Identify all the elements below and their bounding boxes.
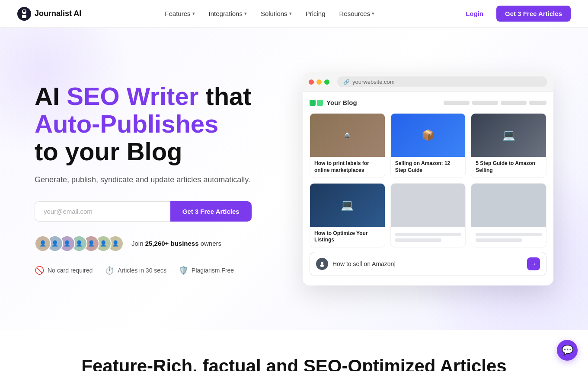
blog-card-image: 💻 xyxy=(471,114,546,157)
blog-card-image: 🖨️ xyxy=(310,114,385,157)
avatars: 👤 👤 👤 👤 👤 👤 👤 xyxy=(35,235,119,252)
logo[interactable]: Journalist AI xyxy=(17,7,81,21)
logo-square-2 xyxy=(317,100,323,106)
hero-illustration: 🔗 yourwebsite.com Your Blog xyxy=(303,72,553,285)
blog-card-image: 💻 xyxy=(310,184,385,227)
nav-item-integrations[interactable]: Integrations ▾ xyxy=(203,6,253,21)
chat-avatar xyxy=(316,258,328,270)
hero-cta-button[interactable]: Get 3 Free Articles xyxy=(170,201,252,222)
badge-articles: ⏱️ Articles in 30 secs xyxy=(105,266,166,275)
browser-chrome: 🔗 yourwebsite.com xyxy=(303,72,553,92)
chevron-down-icon: ▾ xyxy=(289,11,292,16)
avatar: 👤 xyxy=(35,235,51,252)
blog-card-body xyxy=(391,227,466,245)
nav-pill xyxy=(444,101,470,105)
hero-section: AI SEO Writer that Auto-Publishes to you… xyxy=(0,28,588,330)
blog-card-placeholder xyxy=(476,238,522,242)
svg-point-4 xyxy=(321,262,323,264)
blog-card xyxy=(471,183,546,247)
nav-menu: Features ▾ Integrations ▾ Solutions ▾ Pr… xyxy=(159,6,380,21)
no-card-icon: 🚫 xyxy=(35,266,44,275)
trust-badges: 🚫 No card required ⏱️ Articles in 30 sec… xyxy=(35,266,252,275)
chat-bar: How to sell on Amazon| → xyxy=(310,252,546,276)
minimize-dot xyxy=(316,79,322,85)
social-proof: 👤 👤 👤 👤 👤 👤 👤 Join 25,260+ business owne… xyxy=(35,235,252,252)
navbar-actions: Login Get 3 Free Articles xyxy=(458,6,571,22)
blog-card: 💻 5 Step Guide to Amazon Selling xyxy=(471,113,546,178)
chevron-down-icon: ▾ xyxy=(244,11,247,16)
blog-card-placeholder xyxy=(395,233,461,236)
blog-card-body: 5 Step Guide to Amazon Selling xyxy=(471,157,546,177)
send-button[interactable]: → xyxy=(527,257,540,270)
blog-card-title: Selling on Amazon: 12 Step Guide xyxy=(395,160,461,174)
blog-card-placeholder xyxy=(395,238,441,242)
chevron-down-icon: ▾ xyxy=(192,11,195,16)
svg-point-5 xyxy=(320,264,324,267)
blog-card-body xyxy=(471,227,546,245)
blog-card-body: How to print labels for online marketpla… xyxy=(310,157,385,177)
hero-subtitle: Generate, publish, syndicate and update … xyxy=(35,174,252,186)
link-icon: 🔗 xyxy=(343,79,350,85)
blog-title: Your Blog xyxy=(326,99,357,106)
logo-square-1 xyxy=(310,100,316,106)
browser-traffic-lights xyxy=(309,79,329,85)
blog-card-body: Selling on Amazon: 12 Step Guide xyxy=(391,157,466,177)
navbar: Journalist AI Features ▾ Integrations ▾ … xyxy=(0,0,588,28)
maximize-dot xyxy=(324,79,329,85)
badge-no-card: 🚫 No card required xyxy=(35,266,93,275)
blog-card-image: 📦 xyxy=(391,114,466,157)
svg-rect-2 xyxy=(22,15,26,18)
browser-mockup: 🔗 yourwebsite.com Your Blog xyxy=(303,72,553,285)
nav-pill xyxy=(501,101,527,105)
blog-nav xyxy=(444,101,546,105)
email-input[interactable] xyxy=(35,201,170,222)
section-heading: Feature-Rich, factual and SEO-Optimized … xyxy=(0,330,588,371)
blog-card-title: How to print labels for online marketpla… xyxy=(314,160,380,174)
blog-card-image xyxy=(471,184,546,227)
blog-card-placeholder xyxy=(476,233,542,236)
blog-logo xyxy=(310,100,323,106)
badge-plagiarism: 🛡️ Plagiarism Free xyxy=(179,266,234,275)
blog-card-image xyxy=(391,184,466,227)
close-dot xyxy=(309,79,314,85)
blog-grid: 🖨️ How to print labels for online market… xyxy=(310,113,546,247)
address-bar: 🔗 yourwebsite.com xyxy=(337,76,547,87)
svg-point-3 xyxy=(23,10,26,12)
nav-item-solutions[interactable]: Solutions ▾ xyxy=(255,6,298,21)
hero-cta-form: Get 3 Free Articles xyxy=(35,201,252,222)
logo-text: Journalist AI xyxy=(35,9,81,18)
blog-card-body: How to Optimize Your Listings xyxy=(310,227,385,247)
logo-icon xyxy=(17,7,31,21)
blog-card-title: How to Optimize Your Listings xyxy=(314,230,380,244)
blog-card xyxy=(390,183,466,247)
chevron-down-icon: ▾ xyxy=(372,11,374,16)
blog-card: 🖨️ How to print labels for online market… xyxy=(310,113,385,178)
blog-card: 💻 How to Optimize Your Listings xyxy=(310,183,385,247)
nav-pill xyxy=(472,101,498,105)
social-proof-text: Join 25,260+ business owners xyxy=(131,240,221,247)
nav-item-resources[interactable]: Resources ▾ xyxy=(333,6,380,21)
blog-header: Your Blog xyxy=(310,99,546,106)
clock-icon: ⏱️ xyxy=(105,266,114,275)
nav-pill xyxy=(529,101,546,105)
blog-card-title: 5 Step Guide to Amazon Selling xyxy=(476,160,542,174)
hero-content: AI SEO Writer that Auto-Publishes to you… xyxy=(35,82,252,275)
browser-body: Your Blog 🖨️ How to print labels for xyxy=(303,92,553,285)
chat-bubble-button[interactable]: 💬 xyxy=(557,340,578,361)
blog-card: 📦 Selling on Amazon: 12 Step Guide xyxy=(390,113,466,178)
navbar-cta-button[interactable]: Get 3 Free Articles xyxy=(496,6,571,22)
nav-item-pricing[interactable]: Pricing xyxy=(300,6,332,21)
hero-title: AI SEO Writer that Auto-Publishes to you… xyxy=(35,82,252,165)
nav-item-features[interactable]: Features ▾ xyxy=(159,6,201,21)
login-button[interactable]: Login xyxy=(458,6,491,21)
shield-icon: 🛡️ xyxy=(179,266,188,275)
chat-input[interactable]: How to sell on Amazon| xyxy=(332,260,523,267)
